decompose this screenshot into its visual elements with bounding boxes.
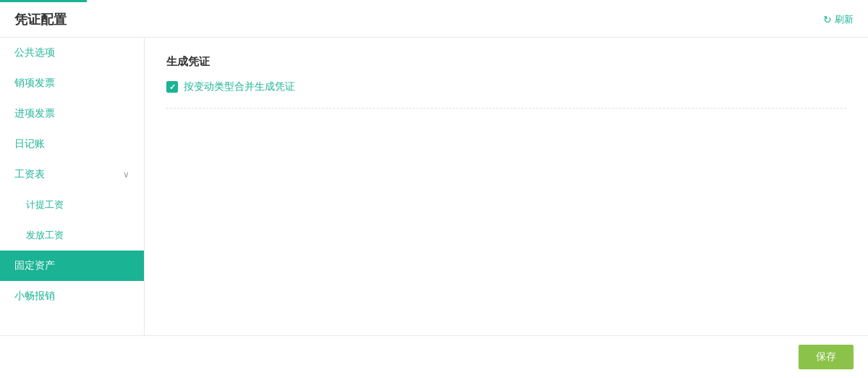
page-title: 凭证配置 xyxy=(14,11,67,28)
refresh-label: 刷新 xyxy=(835,13,854,26)
page-header: 凭证配置 ↻ 刷新 xyxy=(0,2,868,38)
sidebar-item-purchase-invoice[interactable]: 进项发票 xyxy=(0,98,144,129)
sidebar-item-payroll-table[interactable]: 工资表∨ xyxy=(0,159,144,190)
sidebar-item-label-purchase-invoice: 进项发票 xyxy=(14,107,55,120)
save-button[interactable]: 保存 xyxy=(799,345,854,369)
sidebar-item-issue-wages[interactable]: 发放工资 xyxy=(0,220,144,251)
sidebar-item-label-journal: 日记账 xyxy=(14,138,45,151)
sidebar-item-label-fixed-assets: 固定资产 xyxy=(14,259,55,272)
sidebar-item-fixed-assets[interactable]: 固定资产 xyxy=(0,251,144,281)
sidebar-item-label-payroll-table: 工资表 xyxy=(14,168,45,181)
sidebar-item-sales-invoice[interactable]: 销项发票 xyxy=(0,68,144,98)
sidebar-item-label-calculate-wages: 计提工资 xyxy=(26,198,64,211)
refresh-icon: ↻ xyxy=(823,14,832,25)
checkbox-row: 按变动类型合并生成凭证 xyxy=(166,80,846,93)
sidebar-item-petty-cash[interactable]: 小畅报销 xyxy=(0,281,144,311)
sidebar-item-label-sales-invoice: 销项发票 xyxy=(14,77,55,90)
merge-voucher-label[interactable]: 按变动类型合并生成凭证 xyxy=(184,80,295,93)
main-content: 生成凭证 按变动类型合并生成凭证 xyxy=(145,38,868,335)
sidebar-item-public-options[interactable]: 公共选项 xyxy=(0,38,144,68)
page-footer: 保存 xyxy=(0,335,868,378)
sidebar-item-label-issue-wages: 发放工资 xyxy=(26,229,64,242)
sidebar-item-label-petty-cash: 小畅报销 xyxy=(14,290,55,303)
sidebar: 公共选项销项发票进项发票日记账工资表∨计提工资发放工资固定资产小畅报销 xyxy=(0,38,145,335)
sidebar-item-calculate-wages[interactable]: 计提工资 xyxy=(0,190,144,220)
sidebar-item-journal[interactable]: 日记账 xyxy=(0,129,144,159)
section-divider xyxy=(166,108,846,109)
page-body: 公共选项销项发票进项发票日记账工资表∨计提工资发放工资固定资产小畅报销 生成凭证… xyxy=(0,38,868,335)
merge-voucher-checkbox[interactable] xyxy=(166,81,178,93)
refresh-button[interactable]: ↻ 刷新 xyxy=(823,13,854,26)
section-title: 生成凭证 xyxy=(166,55,846,69)
chevron-down-icon: ∨ xyxy=(123,169,129,180)
sidebar-item-label-public-options: 公共选项 xyxy=(14,46,55,59)
